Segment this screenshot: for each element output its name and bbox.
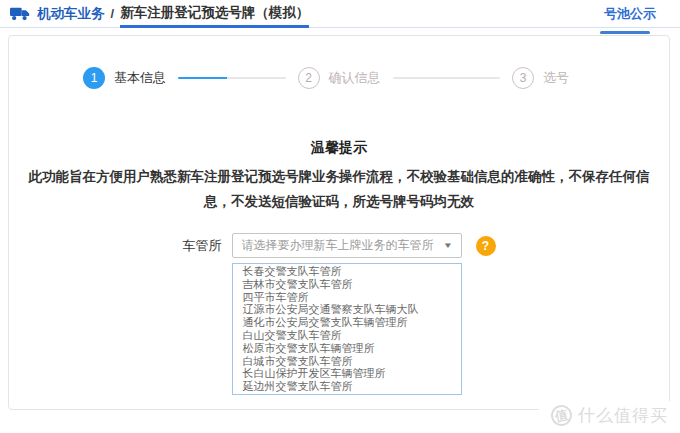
select-placeholder: 请选择要办理新车上牌业务的车管所	[242, 237, 434, 254]
smzdm-watermark: 值 什么值得买	[539, 401, 672, 430]
dmv-office-dropdown: 长春交警支队车管所 吉林市交警支队车管所 四平市车管所 辽源市公安局交通警察支队…	[232, 263, 462, 395]
main-panel: 1 基本信息 2 确认信息 3 选号 温馨提示 此功能旨在方便用户熟悉新车注册登…	[8, 35, 670, 410]
dropdown-option[interactable]: 长春交警支队车管所	[233, 265, 461, 278]
dropdown-option[interactable]: 长白山保护开发区车辆管理所	[233, 367, 461, 380]
help-question-icon[interactable]: ?	[476, 236, 496, 256]
step-1-circle: 1	[83, 67, 105, 89]
dmv-office-select-wrap: 请选择要办理新车上牌业务的车管所 ▼ 长春交警支队车管所 吉林市交警支队车管所 …	[232, 233, 462, 258]
step-3-circle: 3	[512, 67, 534, 89]
step-2-label: 确认信息	[329, 69, 381, 87]
notice-body: 此功能旨在方便用户熟悉新车注册登记预选号牌业务操作流程，不校验基础信息的准确性，…	[23, 164, 655, 214]
nav-section-title[interactable]: 机动车业务	[37, 5, 105, 23]
step-basic-info: 1 基本信息	[83, 67, 166, 89]
truck-icon	[10, 6, 30, 21]
smzdm-logo-icon: 值	[549, 403, 574, 428]
step-2-circle: 2	[298, 67, 320, 89]
number-pool-link[interactable]: 号池公示	[604, 5, 668, 23]
dropdown-option[interactable]: 白城市交警支队车管所	[233, 355, 461, 368]
horizontal-scrollbar-thumb[interactable]	[600, 31, 650, 34]
smzdm-watermark-text: 什么值得买	[578, 404, 668, 427]
dmv-office-form-row: 车管所 请选择要办理新车上牌业务的车管所 ▼ 长春交警支队车管所 吉林市交警支队…	[9, 233, 669, 258]
step-indicator: 1 基本信息 2 确认信息 3 选号	[9, 67, 669, 89]
dropdown-option[interactable]: 松原市交警支队车辆管理所	[233, 342, 461, 355]
step-select-number: 3 选号	[512, 67, 569, 89]
step-1-label: 基本信息	[114, 69, 166, 87]
tab-new-car-preselect[interactable]: 新车注册登记预选号牌（模拟）	[120, 0, 309, 28]
chevron-down-icon: ▼	[442, 241, 452, 250]
notice-title: 温馨提示	[9, 139, 669, 157]
dropdown-option[interactable]: 通化市公安局交警支队车辆管理所	[233, 316, 461, 329]
top-header: 机动车业务 / 新车注册登记预选号牌（模拟） 号池公示	[0, 0, 680, 28]
dropdown-option[interactable]: 辽源市公安局交通警察支队车辆大队	[233, 303, 461, 316]
dmv-office-label: 车管所	[183, 237, 222, 255]
step-3-label: 选号	[543, 69, 569, 87]
dropdown-option[interactable]: 白山交警支队车管所	[233, 329, 461, 342]
breadcrumb-separator: /	[111, 6, 115, 21]
step-confirm-info: 2 确认信息	[298, 67, 381, 89]
step-connector-1	[178, 77, 286, 79]
dmv-office-select[interactable]: 请选择要办理新车上牌业务的车管所 ▼	[232, 233, 462, 258]
dropdown-option[interactable]: 四平市车管所	[233, 291, 461, 304]
dropdown-option[interactable]: 延边州交警支队车管所	[233, 380, 461, 393]
step-connector-2	[393, 77, 501, 79]
dropdown-option[interactable]: 吉林市交警支队车管所	[233, 278, 461, 291]
